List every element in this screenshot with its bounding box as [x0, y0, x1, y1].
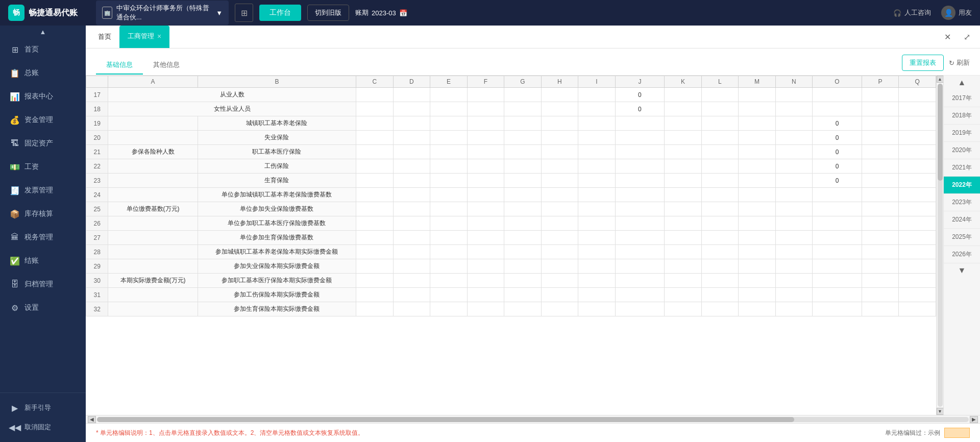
- cell-29-h[interactable]: [504, 259, 541, 274]
- cell-28-l[interactable]: [665, 245, 701, 259]
- cell-26-m[interactable]: [701, 216, 738, 231]
- year-panel-down-arrow[interactable]: ▼: [944, 263, 980, 278]
- cell-20-b[interactable]: [108, 131, 198, 145]
- cell-21-o[interactable]: [775, 145, 812, 159]
- cell-24-q[interactable]: [862, 188, 898, 202]
- cell-20-m[interactable]: [701, 131, 738, 145]
- cell-28-d[interactable]: [356, 245, 393, 259]
- cell-25-n[interactable]: [739, 202, 775, 216]
- cell-28-c[interactable]: 参加城镇职工基本养老保险本期实际缴费金额: [198, 245, 356, 259]
- cell-22-h[interactable]: [504, 159, 541, 174]
- cell-27-d[interactable]: [356, 231, 393, 245]
- cell-32-g[interactable]: [467, 302, 504, 316]
- sidebar-item-inventory[interactable]: 📦 库存核算: [0, 202, 86, 226]
- cell-30-o[interactable]: [775, 274, 812, 288]
- cell-17-l[interactable]: [665, 88, 701, 102]
- cell-32-d[interactable]: [356, 302, 393, 316]
- cell-30-l[interactable]: [665, 274, 701, 288]
- year-item-2022[interactable]: 2022年: [944, 177, 980, 194]
- cell-21-e[interactable]: [393, 145, 430, 159]
- user-info[interactable]: 👤 用友: [941, 6, 972, 20]
- cell-31-n[interactable]: [739, 288, 775, 302]
- cell-31-q[interactable]: [862, 288, 898, 302]
- year-panel-up-arrow[interactable]: ▲: [944, 76, 980, 90]
- cell-24-k[interactable]: [615, 188, 665, 202]
- cell-19-g[interactable]: [467, 116, 504, 131]
- cell-32-o[interactable]: [775, 302, 812, 316]
- cell-30-g[interactable]: [467, 274, 504, 288]
- cell-22-r[interactable]: [899, 159, 936, 174]
- cell-23-c[interactable]: 生育保险: [198, 174, 356, 188]
- cell-32-m[interactable]: [701, 302, 738, 316]
- cell-28-j[interactable]: [578, 245, 615, 259]
- cell-29-d[interactable]: [356, 259, 393, 274]
- cell-25-k[interactable]: [615, 202, 665, 216]
- cell-31-l[interactable]: [665, 288, 701, 302]
- cell-24-d[interactable]: [356, 188, 393, 202]
- cell-19-m[interactable]: [701, 116, 738, 131]
- cell-20-j[interactable]: [578, 131, 615, 145]
- cell-27-o[interactable]: [775, 231, 812, 245]
- year-item-2026[interactable]: 2026年: [944, 246, 980, 263]
- cell-32-b[interactable]: [108, 302, 198, 316]
- cell-24-c[interactable]: 单位参加城镇职工基本养老保险缴费基数: [198, 188, 356, 202]
- cell-26-r[interactable]: [899, 216, 936, 231]
- cell-18-k[interactable]: 0: [615, 102, 665, 116]
- cell-19-i[interactable]: [541, 116, 578, 131]
- cell-17-p[interactable]: [813, 88, 862, 102]
- cell-30-b[interactable]: 本期实际缴费金额(万元): [108, 274, 198, 288]
- cell-18-j[interactable]: [578, 102, 615, 116]
- cell-30-m[interactable]: [701, 274, 738, 288]
- sidebar-item-payroll[interactable]: 💵 工资: [0, 155, 86, 179]
- cell-27-m[interactable]: [701, 231, 738, 245]
- h-scroll-track[interactable]: [97, 417, 969, 422]
- cell-23-q[interactable]: [862, 174, 898, 188]
- cell-30-n[interactable]: [739, 274, 775, 288]
- cell-18-r[interactable]: [899, 102, 936, 116]
- year-item-2025[interactable]: 2025年: [944, 229, 980, 246]
- cell-22-k[interactable]: [615, 159, 665, 174]
- cell-20-k[interactable]: [615, 131, 665, 145]
- cell-28-k[interactable]: [615, 245, 665, 259]
- cell-19-o[interactable]: [775, 116, 812, 131]
- cell-28-g[interactable]: [467, 245, 504, 259]
- cell-28-r[interactable]: [899, 245, 936, 259]
- tab-expand-button[interactable]: ⤢: [960, 30, 974, 44]
- cell-18-f[interactable]: [430, 102, 467, 116]
- cell-23-r[interactable]: [899, 174, 936, 188]
- cell-26-l[interactable]: [665, 216, 701, 231]
- cell-29-c[interactable]: 参加失业保险本期实际缴费金额: [198, 259, 356, 274]
- cell-22-f[interactable]: [430, 159, 467, 174]
- company-selector[interactable]: 🏢 中审众环会计师事务所（特殊普通合伙... ▼: [96, 1, 229, 25]
- cell-27-r[interactable]: [899, 231, 936, 245]
- cell-22-j[interactable]: [578, 159, 615, 174]
- cell-31-b[interactable]: [108, 288, 198, 302]
- cell-20-g[interactable]: [467, 131, 504, 145]
- cell-17-i[interactable]: [541, 88, 578, 102]
- year-item-2024[interactable]: 2024年: [944, 211, 980, 229]
- cell-21-q[interactable]: [862, 145, 898, 159]
- cell-32-p[interactable]: [813, 302, 862, 316]
- cell-21-f[interactable]: [430, 145, 467, 159]
- cell-31-o[interactable]: [775, 288, 812, 302]
- sidebar-item-fixed-assets[interactable]: 🏗 固定资产: [0, 132, 86, 155]
- cell-30-j[interactable]: [578, 274, 615, 288]
- cell-29-m[interactable]: [701, 259, 738, 274]
- cell-31-k[interactable]: [615, 288, 665, 302]
- cell-17-j[interactable]: [578, 88, 615, 102]
- cell-30-e[interactable]: [393, 274, 430, 288]
- cell-31-f[interactable]: [430, 288, 467, 302]
- cell-26-e[interactable]: [393, 216, 430, 231]
- cell-24-i[interactable]: [541, 188, 578, 202]
- cell-24-e[interactable]: [393, 188, 430, 202]
- cell-21-g[interactable]: [467, 145, 504, 159]
- cell-25-e[interactable]: [393, 202, 430, 216]
- cell-17-o[interactable]: [775, 88, 812, 102]
- cell-21-c[interactable]: 职工基本医疗保险: [198, 145, 356, 159]
- cell-28-b[interactable]: [108, 245, 198, 259]
- cell-18-h[interactable]: [504, 102, 541, 116]
- cell-31-d[interactable]: [356, 288, 393, 302]
- cell-26-b[interactable]: [108, 216, 198, 231]
- cell-17-n[interactable]: [739, 88, 775, 102]
- cell-23-l[interactable]: [665, 174, 701, 188]
